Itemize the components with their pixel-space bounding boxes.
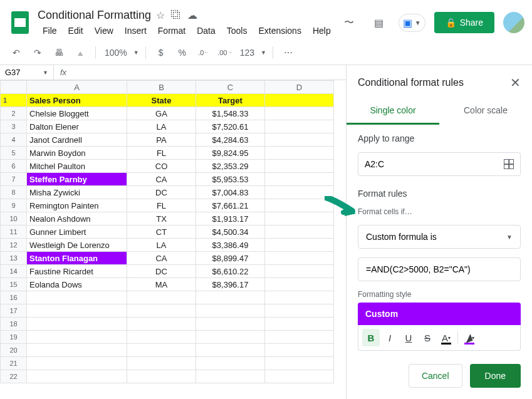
done-button[interactable]: Done [470, 364, 521, 388]
cell[interactable] [265, 173, 334, 186]
cell[interactable] [265, 147, 334, 160]
cell[interactable] [27, 344, 127, 357]
undo-icon[interactable]: ↶ [8, 44, 25, 61]
cell[interactable]: TX [127, 212, 196, 225]
print-icon[interactable]: 🖶 [50, 44, 68, 61]
zoom-level[interactable]: 100% [102, 48, 130, 58]
cell[interactable] [196, 357, 265, 370]
percent-icon[interactable]: % [174, 44, 191, 61]
cell[interactable]: Dalton Elener [27, 120, 127, 133]
tab-color-scale[interactable]: Color scale [439, 98, 532, 125]
cell[interactable] [265, 160, 334, 173]
italic-button[interactable]: I [381, 329, 399, 346]
cell[interactable]: Misha Zywicki [27, 186, 127, 199]
cell[interactable]: Gunner Limbert [27, 225, 127, 239]
cell[interactable]: Marwin Boydon [27, 147, 127, 160]
redo-icon[interactable]: ↷ [29, 44, 46, 61]
cell[interactable] [265, 278, 334, 291]
cell[interactable] [196, 370, 265, 383]
col-header-b[interactable]: B [127, 81, 196, 94]
cell[interactable]: LA [127, 239, 196, 252]
move-icon[interactable]: ⿻ [171, 9, 181, 21]
paint-format-icon[interactable]: ⟁ [71, 44, 89, 61]
row-header[interactable]: 16 [1, 291, 27, 304]
menu-data[interactable]: Data [192, 24, 221, 37]
row-header[interactable]: 2 [1, 107, 27, 120]
present-dropdown[interactable]: ▣▼ [399, 14, 425, 32]
row-header[interactable]: 12 [1, 239, 27, 252]
cell[interactable]: DC [127, 186, 196, 199]
cell[interactable] [265, 291, 334, 304]
col-header-c[interactable]: C [196, 81, 265, 94]
cell[interactable] [265, 239, 334, 252]
row-header[interactable]: 14 [1, 265, 27, 278]
cell[interactable] [265, 94, 334, 107]
row-header[interactable]: 18 [1, 318, 27, 331]
strike-button[interactable]: S [419, 329, 436, 346]
row-header[interactable]: 13 [1, 252, 27, 265]
cell[interactable]: Steffen Parnby [27, 173, 127, 186]
col-header-a[interactable]: A [27, 81, 127, 94]
cell[interactable]: Chelsie Bloggett [27, 107, 127, 120]
cell[interactable]: CO [127, 160, 196, 173]
row-header[interactable]: 15 [1, 278, 27, 291]
row-header[interactable]: 4 [1, 133, 27, 147]
row-header[interactable]: 5 [1, 147, 27, 160]
cell[interactable] [265, 212, 334, 225]
share-button[interactable]: 🔒 Share [434, 12, 494, 33]
cell[interactable] [265, 265, 334, 278]
cell[interactable]: $1,913.17 [196, 212, 265, 225]
cell[interactable]: FL [127, 147, 196, 160]
cell[interactable] [27, 318, 127, 331]
grid-select-icon[interactable] [504, 159, 514, 169]
close-icon[interactable]: ✕ [510, 75, 521, 90]
menu-view[interactable]: View [90, 24, 118, 37]
cell[interactable] [196, 331, 265, 344]
fill-color-button[interactable]: ◢ ▾ [461, 329, 478, 346]
cell[interactable]: $7,004.83 [196, 186, 265, 199]
menu-file[interactable]: File [38, 24, 62, 37]
row-header[interactable]: 3 [1, 120, 27, 133]
cell[interactable]: FL [127, 199, 196, 212]
cell[interactable] [27, 291, 127, 304]
text-color-button[interactable]: A ▾ [437, 329, 455, 346]
cell[interactable] [265, 120, 334, 133]
cell[interactable]: $4,500.34 [196, 225, 265, 239]
cell[interactable]: $8,396.17 [196, 278, 265, 291]
cell[interactable] [127, 357, 196, 370]
cell[interactable]: GA [127, 107, 196, 120]
bold-button[interactable]: B [362, 329, 380, 346]
cell[interactable]: Nealon Ashdown [27, 212, 127, 225]
condition-select[interactable]: Custom formula is ▼ [358, 225, 521, 249]
col-header-d[interactable]: D [265, 81, 334, 94]
cell[interactable]: $5,953.53 [196, 173, 265, 186]
cell[interactable]: Janot Cardnell [27, 133, 127, 147]
cell[interactable]: State [127, 94, 196, 107]
cell[interactable] [196, 304, 265, 318]
cell[interactable]: $1,548.33 [196, 107, 265, 120]
row-header[interactable]: 6 [1, 160, 27, 173]
cell[interactable] [27, 357, 127, 370]
cell[interactable] [265, 344, 334, 357]
menu-insert[interactable]: Insert [120, 24, 152, 37]
cell[interactable]: PA [127, 133, 196, 147]
cell[interactable]: $3,386.49 [196, 239, 265, 252]
cell[interactable]: $7,520.61 [196, 120, 265, 133]
cell[interactable]: Stanton Flanagan [27, 252, 127, 265]
cell[interactable] [265, 133, 334, 147]
cell[interactable] [196, 291, 265, 304]
cell[interactable]: $6,610.22 [196, 265, 265, 278]
cell[interactable] [127, 344, 196, 357]
cell[interactable]: CT [127, 225, 196, 239]
cell[interactable] [127, 304, 196, 318]
cell[interactable] [265, 199, 334, 212]
cloud-icon[interactable]: ☁ [187, 9, 197, 21]
cell[interactable]: $8,899.47 [196, 252, 265, 265]
increase-decimal-icon[interactable]: .00→ [216, 44, 234, 61]
avatar[interactable] [503, 12, 524, 33]
range-input[interactable]: A2:C [358, 152, 521, 176]
cell[interactable] [27, 304, 127, 318]
cell[interactable]: $9,824.95 [196, 147, 265, 160]
cell[interactable]: Sales Person [27, 94, 127, 107]
cell[interactable]: Mitchel Paulton [27, 160, 127, 173]
